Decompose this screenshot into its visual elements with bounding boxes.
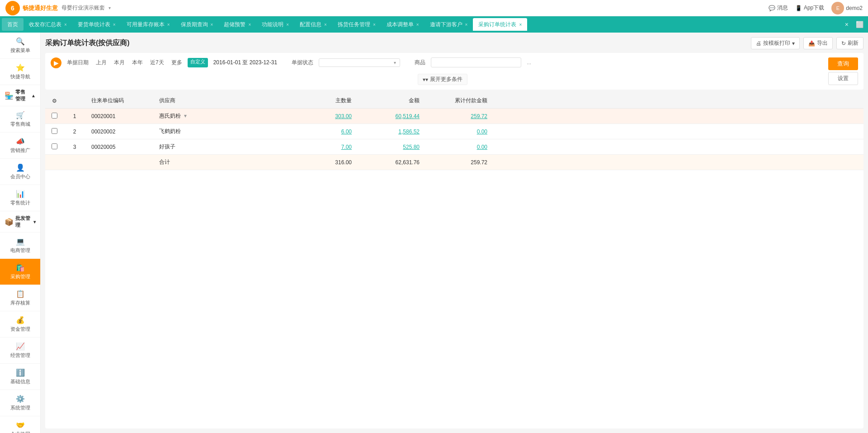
- tab-close-baogongqi[interactable]: ×: [211, 22, 213, 27]
- tab-close-caigoudindan[interactable]: ×: [519, 22, 522, 27]
- sidebar-item-enterprise[interactable]: 🤝 企业协同: [0, 416, 40, 433]
- tab-shoufazong[interactable]: 收发存汇总表 ×: [24, 18, 72, 31]
- row-2-spacer: [493, 124, 863, 139]
- row-2-qty[interactable]: 6.00: [289, 124, 357, 139]
- date-custom-badge[interactable]: 自定义: [188, 58, 208, 67]
- breadcrumb-dropdown-icon[interactable]: ▾: [108, 5, 111, 10]
- app-download-icon: 📱: [795, 5, 802, 11]
- row-2-index: 2: [63, 124, 86, 139]
- inventory-icon: 📋: [16, 290, 25, 298]
- logo: 6 畅捷通好生意: [5, 1, 58, 15]
- tab-yaohuodanjin[interactable]: 要货单统计表 ×: [72, 18, 121, 31]
- tab-close-chengbentiaozhen[interactable]: ×: [416, 22, 419, 27]
- status-select[interactable]: ▾: [319, 58, 400, 67]
- sidebar-item-quicknav[interactable]: ⭐ 快捷导航: [0, 59, 40, 85]
- logo-icon: 6: [5, 1, 20, 15]
- tab-chengbentiaozhen[interactable]: 成本调整单 ×: [381, 18, 425, 31]
- row-2-paid[interactable]: 0.00: [425, 124, 493, 139]
- tab-caigoudindan[interactable]: 采购订单统计表 ×: [473, 18, 527, 31]
- table-row: 2 00020002 飞鹤奶粉 6.00 1,586.52 0.00: [45, 124, 863, 139]
- message-button[interactable]: 💬 消息: [769, 4, 788, 12]
- sidebar-item-inventory[interactable]: 📋 库存核算: [0, 285, 40, 311]
- footer-row: 合计 316.00 62,631.76 259.72: [45, 155, 863, 170]
- row-1-checkbox[interactable]: [52, 113, 57, 119]
- th-settings[interactable]: ⚙: [45, 93, 63, 109]
- date-btn-last-month[interactable]: 上月: [94, 58, 108, 67]
- tab-close-shoufazong[interactable]: ×: [64, 22, 67, 27]
- retail-shop-icon: 🛒: [16, 111, 25, 119]
- sidebar-item-ecommerce[interactable]: 💻 电商管理: [0, 233, 40, 259]
- close-all-button[interactable]: ×: [842, 20, 851, 29]
- date-btn-this-month[interactable]: 本月: [112, 58, 127, 67]
- column-settings-icon[interactable]: ⚙: [52, 98, 57, 104]
- system-icon: ⚙️: [16, 395, 25, 403]
- goods-more-icon[interactable]: ...: [527, 59, 531, 66]
- sidebar-item-retail-shop[interactable]: 🛒 零售商城: [0, 106, 40, 133]
- tab-baogongqi[interactable]: 保质期查询 ×: [175, 18, 219, 31]
- top-bar-right: 💬 消息 📱 App下载 E demo2: [769, 2, 863, 14]
- tab-close-gongneng[interactable]: ×: [286, 22, 289, 27]
- tab-yaoqing[interactable]: 邀请下游客户 ×: [425, 18, 473, 31]
- filter-toggle-button[interactable]: ▶: [51, 57, 61, 68]
- row-2-supplier: 飞鹤奶粉: [154, 124, 289, 139]
- row-1-amount[interactable]: 60,519.44: [357, 109, 425, 124]
- sidebar-item-marketing[interactable]: 📣 营销推广: [0, 133, 40, 159]
- row-2-checkbox[interactable]: [52, 128, 57, 134]
- tab-peizhi[interactable]: 配置信息 ×: [294, 18, 332, 31]
- date-btn-more[interactable]: 更多: [170, 58, 184, 67]
- row-2-checkbox-cell[interactable]: [45, 124, 63, 139]
- template-print-button[interactable]: 🖨 按模板打印 ▾: [751, 37, 800, 49]
- row-3-amount[interactable]: 525.80: [357, 139, 425, 155]
- sidebar-item-operations[interactable]: 📈 经营管理: [0, 338, 40, 364]
- row-1-qty[interactable]: 303.00: [289, 109, 357, 124]
- row-2-amount[interactable]: 1,586.52: [357, 124, 425, 139]
- th-qty: 主数量: [289, 93, 357, 109]
- tab-close-chaochuyujing[interactable]: ×: [248, 22, 251, 27]
- tab-close-yaoqing[interactable]: ×: [465, 22, 468, 27]
- user-profile[interactable]: E demo2: [831, 2, 863, 14]
- row-1-index: 1: [63, 109, 86, 124]
- operations-icon: 📈: [16, 342, 25, 351]
- printer-icon: 🖨: [756, 40, 761, 47]
- export-button[interactable]: 📤 导出: [803, 37, 833, 49]
- expand-filter-button[interactable]: ▾▾ 展开更多条件: [418, 74, 467, 85]
- tab-home[interactable]: 首页: [2, 18, 24, 31]
- row-checkbox[interactable]: [45, 109, 63, 124]
- action-buttons: 查询 设置: [828, 57, 858, 85]
- row-3-paid[interactable]: 0.00: [425, 139, 493, 155]
- row-1-expand-icon[interactable]: ▾: [184, 113, 187, 119]
- sidebar-item-purchase[interactable]: 🛍️ 采购管理: [0, 259, 40, 285]
- th-code: 往来单位编码: [86, 93, 154, 109]
- sidebar-item-member[interactable]: 👤 会员中心: [0, 159, 40, 185]
- tab-keyongliang[interactable]: 可用量库存账本 ×: [121, 18, 175, 31]
- sidebar-item-retail-stat[interactable]: 📊 零售统计: [0, 185, 40, 211]
- date-btn-7days[interactable]: 近7天: [148, 58, 166, 67]
- row-3-checkbox[interactable]: [52, 143, 57, 149]
- marketing-icon: 📣: [16, 137, 25, 146]
- row-3-qty[interactable]: 7.00: [289, 139, 357, 155]
- settings-button[interactable]: 设置: [828, 72, 858, 85]
- refresh-button[interactable]: ↻ 刷新: [836, 37, 863, 49]
- sidebar-item-basic[interactable]: ℹ️ 基础信息: [0, 364, 40, 390]
- sidebar-item-finance[interactable]: 💰 资金管理: [0, 311, 40, 338]
- restore-button[interactable]: ⬜: [853, 20, 866, 29]
- tab-close-keyongliang[interactable]: ×: [167, 22, 170, 27]
- goods-search-input[interactable]: [431, 57, 521, 67]
- sidebar-item-system[interactable]: ⚙️ 系统管理: [0, 390, 40, 416]
- row-1-spacer: [493, 109, 863, 124]
- tab-close-peizhi[interactable]: ×: [324, 22, 327, 27]
- date-btn-this-year[interactable]: 本年: [130, 58, 145, 67]
- row-1-paid[interactable]: 259.72: [425, 109, 493, 124]
- tab-paihuorenwu[interactable]: 拣货任务管理 ×: [332, 18, 381, 31]
- query-button[interactable]: 查询: [828, 57, 858, 70]
- retail-chevron-icon: ▲: [31, 93, 36, 98]
- sidebar-item-search[interactable]: 🔍 搜索菜单: [0, 33, 40, 59]
- tab-close-yaohuodanjin[interactable]: ×: [113, 22, 116, 27]
- row-3-checkbox-cell[interactable]: [45, 139, 63, 155]
- sidebar-item-wholesale[interactable]: 📦 批发管理 ▾: [0, 211, 40, 233]
- tab-gongneng[interactable]: 功能说明 ×: [256, 18, 294, 31]
- app-download-button[interactable]: 📱 App下载: [795, 4, 824, 12]
- tab-chaochuyujing[interactable]: 超储预警 ×: [218, 18, 256, 31]
- tab-close-paihuorenwu[interactable]: ×: [373, 22, 376, 27]
- sidebar-item-retail[interactable]: 🏪 零售管理 ▲: [0, 85, 40, 106]
